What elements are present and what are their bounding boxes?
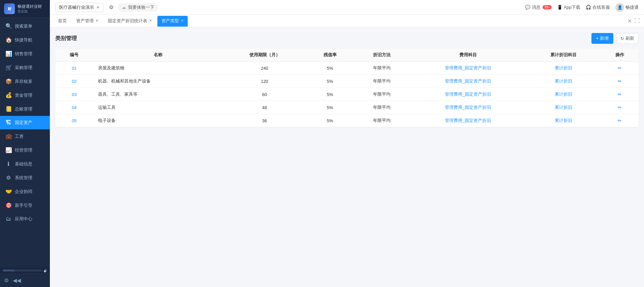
sidebar-item-operations[interactable]: 📈经营管理 [0, 143, 50, 157]
edit-icon[interactable]: ✏ [618, 118, 622, 123]
cell-name: 房屋及建筑物 [93, 62, 223, 75]
sidebar-nav: 🔍搜索菜单🏠快捷导航📊销售管理🛒采购管理📦库存核算💰资金管理📒总账管理🏗固定资产… [0, 18, 50, 267]
page-title: 类别管理 [55, 35, 77, 42]
sidebar-item-system[interactable]: ⚙系统管理 [0, 171, 50, 185]
cell-code: 01 [55, 62, 93, 75]
cell-method: 年限平均 [354, 101, 410, 114]
cell-expense: 管理费用_固定资产折旧 [410, 88, 526, 101]
cell-months: 120 [223, 75, 306, 88]
cell-acc: 累计折旧 [526, 114, 601, 127]
sidebar-item-purchase[interactable]: 🛒采购管理 [0, 61, 50, 74]
table-header-row: 编号名称使用期限（月）残值率折旧方法费用科目累计折旧科目操作 [55, 49, 639, 62]
page-header: 类别管理 + 新增 ↻ 刷新 [55, 33, 639, 44]
gear-icon[interactable]: ⚙ [109, 4, 114, 10]
sidebar-item-label: 固定资产 [15, 120, 32, 126]
sidebar-item-guide[interactable]: 🎯新手引导 [0, 198, 50, 212]
table-row: 02 机器、机械和其他生产设备 120 5% 年限平均 管理费用_固定资产折旧 … [55, 75, 639, 88]
cell-acc: 累计折旧 [526, 88, 601, 101]
cell-method: 年限平均 [354, 114, 410, 127]
purchase-icon: 🛒 [5, 64, 11, 71]
cloud-icon: ☁ [122, 5, 126, 10]
main-content: 医疗器械行业演示 ▼ ⚙ ☁ 我要体验一下 💬 消息 99+ 📱 App下载 🎧… [50, 0, 644, 287]
sidebar-item-general-ledger[interactable]: 📒总账管理 [0, 102, 50, 116]
demo-selector[interactable]: 医疗器械行业演示 ▼ [55, 3, 103, 12]
sidebar-item-finance[interactable]: 💰资金管理 [0, 88, 50, 102]
app-download-btn[interactable]: 📱 App下载 [557, 4, 580, 10]
sidebar-item-label: 企业协同 [15, 189, 32, 195]
online-service-btn[interactable]: 🎧 在线客服 [586, 4, 610, 10]
fixed-assets-icon: 🏗 [5, 120, 11, 126]
tab-home[interactable]: 首页 [54, 16, 71, 27]
cell-residual: 5% [306, 88, 354, 101]
notifications-btn[interactable]: 💬 消息 99+ [525, 4, 551, 10]
sidebar-item-enterprise[interactable]: 🤝企业协同 [0, 185, 50, 198]
headset-icon: 🎧 [586, 5, 591, 10]
tab-asset-mgmt[interactable]: 资产管理 ✕ [72, 16, 102, 27]
cell-name: 运输工具 [93, 101, 223, 114]
finance-icon: 💰 [5, 92, 11, 98]
sidebar-item-sales[interactable]: 📊销售管理 [0, 47, 50, 61]
experience-btn[interactable]: ☁ 我要体验一下 [118, 3, 158, 12]
sidebar-item-fixed-assets[interactable]: 🏗固定资产 [0, 116, 50, 129]
cell-expense: 管理费用_固定资产折旧 [410, 62, 526, 75]
tab-depreciation-table[interactable]: 固定资产折旧统计表 ✕ [104, 16, 156, 27]
sidebar-item-quick-nav[interactable]: 🏠快捷导航 [0, 33, 50, 47]
sidebar-item-payroll[interactable]: 💼工资 [0, 129, 50, 143]
refresh-button[interactable]: ↻ 刷新 [616, 33, 639, 44]
tab-asset-type[interactable]: 资产类型 ✕ [157, 16, 188, 27]
sidebar-item-app-center[interactable]: 🗂应用中心 [0, 212, 50, 226]
cell-action: ✏ [601, 114, 639, 127]
sidebar-item-label: 快捷导航 [15, 37, 32, 43]
page-actions: + 新增 ↻ 刷新 [591, 33, 639, 44]
user-menu[interactable]: 👤 畅捷通 [615, 3, 639, 12]
table-body: 01 房屋及建筑物 240 5% 年限平均 管理费用_固定资产折旧 累计折旧 ✏… [55, 62, 639, 127]
bell-icon: 💬 [525, 5, 530, 10]
settings-icon[interactable]: ⚙ [4, 277, 9, 284]
sidebar-item-label: 搜索菜单 [15, 23, 32, 29]
cell-residual: 5% [306, 114, 354, 127]
close-tab-depreciation[interactable]: ✕ [149, 19, 152, 23]
cell-action: ✏ [601, 88, 639, 101]
general-ledger-icon: 📒 [5, 106, 11, 112]
sidebar: 财 畅捷通好业财 普及版 🔍搜索菜单🏠快捷导航📊销售管理🛒采购管理📦库存核算💰资… [0, 0, 50, 287]
refresh-icon: ↻ [620, 36, 624, 41]
edit-icon[interactable]: ✏ [618, 105, 622, 110]
new-button[interactable]: + 新增 [591, 33, 613, 44]
page-content: 类别管理 + 新增 ↻ 刷新 编号名称使用期限（月）残值率折旧方法费用科目累计折… [50, 28, 644, 287]
cell-residual: 5% [306, 101, 354, 114]
expand-icon[interactable]: ⛶ [635, 18, 640, 24]
notifications-badge: 99+ [543, 5, 551, 9]
quick-nav-icon: 🏠 [5, 37, 11, 43]
table-col-header: 名称 [93, 49, 223, 62]
cell-expense: 管理费用_固定资产折旧 [410, 114, 526, 127]
cell-action: ✏ [601, 62, 639, 75]
table-col-header: 累计折旧科目 [526, 49, 601, 62]
table-row: 05 电子设备 36 5% 年限平均 管理费用_固定资产折旧 累计折旧 ✏ [55, 114, 639, 127]
basic-info-icon: ℹ [5, 161, 11, 167]
table-row: 01 房屋及建筑物 240 5% 年限平均 管理费用_固定资产折旧 累计折旧 ✏ [55, 62, 639, 75]
edit-icon[interactable]: ✏ [618, 92, 622, 97]
close-all-tabs-icon[interactable]: ✕ [627, 18, 632, 24]
edit-icon[interactable]: ✏ [618, 78, 622, 84]
table-col-header: 折旧方法 [354, 49, 410, 62]
sidebar-item-basic-info[interactable]: ℹ基础信息 [0, 157, 50, 171]
cell-name: 器具、工具、家具等 [93, 88, 223, 101]
operations-icon: 📈 [5, 147, 11, 153]
edit-icon[interactable]: ✏ [618, 65, 622, 71]
cell-code: 04 [55, 101, 93, 114]
collapse-icon[interactable]: ◀◀ [13, 277, 21, 284]
sidebar-item-label: 库存核算 [15, 78, 32, 85]
scroll-down[interactable]: ▾ [44, 269, 47, 272]
close-tab-asset-mgmt[interactable]: ✕ [95, 19, 98, 23]
table-col-header: 操作 [601, 49, 639, 62]
cell-acc: 累计折旧 [526, 62, 601, 75]
cell-method: 年限平均 [354, 88, 410, 101]
sidebar-item-label: 基础信息 [15, 161, 32, 167]
sidebar-item-search[interactable]: 🔍搜索菜单 [0, 19, 50, 33]
chevron-down-icon: ▼ [96, 5, 100, 9]
sidebar-item-label: 总账管理 [15, 106, 32, 112]
close-tab-asset-type[interactable]: ✕ [181, 19, 184, 23]
sidebar-item-inventory[interactable]: 📦库存核算 [0, 74, 50, 88]
sidebar-item-label: 经营管理 [15, 147, 32, 153]
cell-method: 年限平均 [354, 75, 410, 88]
